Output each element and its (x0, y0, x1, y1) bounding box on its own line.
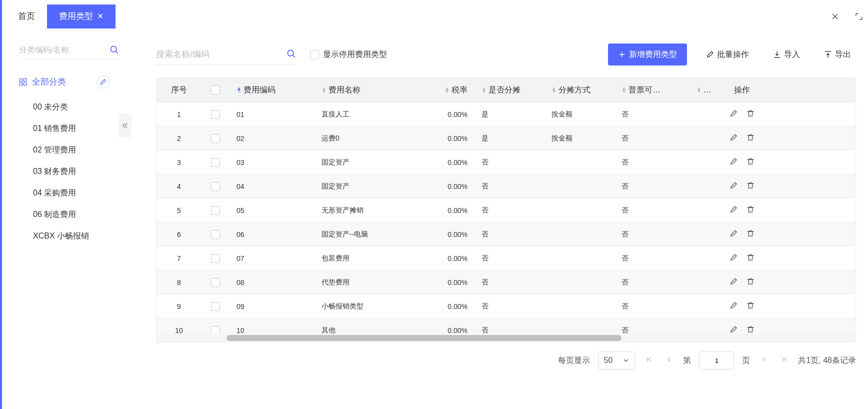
add-button-label: 新增费用类型 (629, 50, 677, 60)
tree-root[interactable]: 全部分类 (19, 76, 140, 88)
page-summary: 共1页, 48条记录 (798, 356, 856, 366)
col-index[interactable]: 序号 (156, 85, 202, 96)
col-code[interactable]: ▲▼费用编码 (230, 85, 314, 96)
table-row: 101直接人工0.00%是按金额否 (156, 102, 856, 126)
row-checkbox[interactable] (202, 326, 230, 335)
cell-ticket: 否 (614, 278, 690, 287)
checkbox-icon (211, 326, 220, 335)
row-edit-button[interactable] (730, 254, 738, 263)
cell-index: 6 (156, 230, 202, 238)
col-name[interactable]: ▲▼费用名称 (314, 85, 420, 96)
cell-share: 否 (474, 278, 544, 287)
row-checkbox[interactable] (202, 158, 230, 167)
row-checkbox[interactable] (202, 278, 230, 287)
row-delete-button[interactable] (746, 206, 754, 215)
cell-ticket: 否 (614, 302, 690, 311)
col-select-all[interactable] (202, 86, 230, 94)
row-edit-button[interactable] (730, 302, 738, 311)
row-delete-button[interactable] (746, 302, 754, 311)
sidebar-item[interactable]: 04 采购费用 (19, 182, 140, 204)
cell-share: 否 (474, 230, 544, 239)
cell-share: 否 (474, 206, 544, 215)
row-delete-button[interactable] (746, 254, 754, 263)
table-header: 序号 ▲▼费用编码 ▲▼费用名称 ▲▼税率 ▲▼是否分摊 ▲▼分摊方式 ▲▼普票… (156, 78, 856, 102)
cell-rate: 0.00% (420, 158, 474, 166)
tab-active[interactable]: 费用类型 ✕ (47, 4, 116, 28)
scrollbar-thumb[interactable] (226, 335, 622, 341)
export-button[interactable]: 导出 (819, 50, 856, 60)
cell-rate: 0.00% (420, 206, 474, 214)
sidebar-item[interactable]: 03 财务费用 (19, 161, 140, 182)
row-checkbox[interactable] (202, 110, 230, 119)
row-edit-button[interactable] (730, 134, 738, 143)
collapse-sidebar-button[interactable] (118, 114, 132, 138)
sidebar-item[interactable]: 06 制造费用 (19, 204, 140, 226)
cell-ops (717, 254, 767, 263)
col-rate[interactable]: ▲▼税率 (420, 85, 474, 96)
page-input[interactable] (699, 352, 734, 370)
row-checkbox[interactable] (202, 206, 230, 215)
content: 显示停用费用类型 新增费用类型 批量操作 导入 导出 序号 (144, 32, 868, 409)
last-page-button[interactable] (778, 356, 790, 366)
close-all-icon[interactable] (830, 12, 840, 22)
col-remark[interactable]: ▲▼备注 (690, 85, 717, 96)
row-delete-button[interactable] (746, 230, 754, 239)
row-edit-button[interactable] (730, 182, 738, 191)
row-delete-button[interactable] (746, 134, 754, 143)
checkbox-icon (211, 278, 220, 287)
cell-share: 是 (474, 110, 544, 119)
tab-home-label: 首页 (18, 10, 35, 22)
row-delete-button[interactable] (746, 278, 754, 287)
prev-page-button[interactable] (663, 356, 675, 366)
per-page-select[interactable]: 50 (598, 352, 635, 370)
row-delete-button[interactable] (746, 182, 754, 191)
show-disabled-checkbox[interactable]: 显示停用费用类型 (310, 50, 387, 60)
cell-index: 2 (156, 134, 202, 142)
page-suffix: 页 (742, 356, 750, 366)
fullscreen-icon[interactable] (854, 12, 864, 22)
next-page-button[interactable] (758, 356, 770, 366)
import-button[interactable]: 导入 (768, 50, 805, 60)
row-checkbox[interactable] (202, 302, 230, 311)
horizontal-scrollbar[interactable] (156, 334, 856, 342)
row-checkbox[interactable] (202, 134, 230, 143)
row-edit-button[interactable] (730, 110, 738, 119)
cell-name: 固定资产 (314, 158, 420, 167)
add-button[interactable]: 新增费用类型 (608, 44, 687, 66)
col-method[interactable]: ▲▼分摊方式 (544, 85, 614, 96)
close-icon[interactable]: ✕ (97, 12, 104, 21)
search-icon[interactable] (286, 48, 296, 60)
edit-category-button[interactable] (96, 76, 110, 88)
row-edit-button[interactable] (730, 158, 738, 167)
table-search-input[interactable] (156, 44, 296, 65)
cell-name: 代垫费用 (314, 278, 420, 287)
row-checkbox[interactable] (202, 254, 230, 263)
per-page-value: 50 (604, 356, 612, 365)
cell-name: 固定资产--电脑 (314, 230, 420, 239)
row-edit-button[interactable] (730, 206, 738, 215)
first-page-button[interactable] (643, 356, 655, 366)
batch-button[interactable]: 批量操作 (701, 50, 754, 60)
row-edit-button[interactable] (730, 230, 738, 239)
col-ticket[interactable]: ▲▼普票可… (614, 85, 690, 96)
cell-method: 按金额 (544, 134, 614, 143)
cell-rate: 0.00% (420, 230, 474, 238)
sidebar-item[interactable]: XCBX 小畅报销 (19, 226, 140, 247)
tab-home[interactable]: 首页 (6, 4, 47, 28)
cell-index: 4 (156, 182, 202, 190)
row-edit-button[interactable] (730, 278, 738, 287)
search-icon[interactable] (109, 44, 119, 56)
cell-share: 否 (474, 326, 544, 335)
row-checkbox[interactable] (202, 230, 230, 239)
row-checkbox[interactable] (202, 182, 230, 191)
table-row: 606固定资产--电脑0.00%否否 (156, 222, 856, 246)
row-delete-button[interactable] (746, 110, 754, 119)
row-delete-button[interactable] (746, 158, 754, 167)
cell-share: 是 (474, 134, 544, 143)
sidebar-search-input[interactable] (19, 42, 119, 59)
cell-index: 10 (156, 326, 202, 334)
sidebar-item[interactable]: 02 管理费用 (19, 140, 140, 161)
svg-rect-3 (20, 82, 22, 85)
cell-code: 09 (230, 302, 314, 310)
col-share[interactable]: ▲▼是否分摊 (474, 85, 544, 96)
